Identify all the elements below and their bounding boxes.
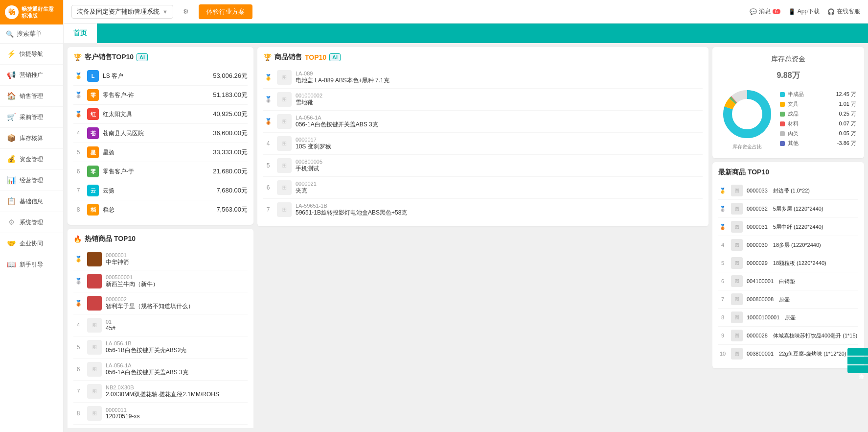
sidebar-item-purchase[interactable]: 🛒 采购管理	[0, 107, 63, 128]
trial-button[interactable]: 体验行业方案	[199, 4, 252, 19]
customer-rank-item[interactable]: 🥉 红 红太阳文具 40,925.00元	[73, 105, 248, 124]
customer-avatar: L	[87, 70, 99, 82]
product-code: 000500001	[106, 274, 248, 280]
newest-product-item[interactable]: 9 图 0000028 体城嘉枝味苏打饮品400毫升 (1*15)	[718, 327, 858, 345]
settings-button[interactable]: ⚙	[179, 5, 193, 19]
product-code: 0000011	[106, 407, 248, 413]
product-sales-item[interactable]: 5 图 000800005 手机测试	[263, 155, 703, 177]
product-sales-item[interactable]: 4 图 0000017 10S 变刹罗猴	[263, 133, 703, 155]
customer-name: 零售客户-于	[103, 168, 209, 176]
finance-icon: 💰	[7, 155, 16, 164]
hot-product-item[interactable]: 8 图 0000011 12070519-xs	[73, 403, 248, 425]
hot-product-item[interactable]: 4 图 01 45#	[73, 314, 248, 336]
customer-rank-item[interactable]: 8 档 档总 7,563.00元	[73, 200, 248, 219]
sidebar-search[interactable]: 🔍 搜索菜单	[0, 24, 63, 44]
sidebar-item-marketing[interactable]: 📢 营销推广	[0, 65, 63, 86]
legend-value: 1.01 万	[839, 100, 856, 108]
product-sales-item[interactable]: 7 图 LA-59651-1B 59651-1B旋转投影灯电池盒ABS黑色+58…	[263, 199, 703, 220]
rank-number: 🥈	[73, 92, 83, 98]
sidebar-item-operations[interactable]: 📊 经营管理	[0, 170, 63, 191]
customer-rank-item[interactable]: 🥈 零 零售客户-许 51,183.00元	[73, 86, 248, 105]
tab-home[interactable]: 首页	[64, 24, 97, 43]
product-sales-item[interactable]: 🥉 图 LA-056-1A 056-1A白色按键开关盖ABS 3克	[263, 111, 703, 133]
online-service-button[interactable]: 🎧 在线客服	[827, 7, 860, 16]
sidebar-item-finance[interactable]: 💰 资金管理	[0, 149, 63, 170]
legend-list: 半成品 12.45 万 文具 1.01 万 成品 0.25 万 材料 0.07 …	[780, 91, 856, 147]
sidebar-item-quick-nav[interactable]: ⚡ 快捷导航	[0, 44, 63, 65]
newest-product-item[interactable]: 6 图 004100001 白钢垫	[718, 272, 858, 290]
newest-product-item[interactable]: 5 图 0000029 18颗粒板 (1220*2440)	[718, 254, 858, 272]
rank-number: 🥇	[73, 72, 83, 79]
product-thumb: 图	[87, 362, 102, 377]
product-name: 手机测试	[296, 165, 703, 173]
product-info: 000800005 手机测试	[296, 159, 703, 173]
legend-value: 0.07 万	[839, 120, 856, 127]
newest-text: 000800008 原壶	[747, 296, 858, 303]
customer-name: 星扬	[103, 148, 209, 157]
product-name: 12070519-xs	[106, 413, 248, 420]
product-name: 59651-1B旋转投影灯电池盒ABS黑色+58克	[296, 209, 703, 217]
enterprise-icon: 🤝	[7, 239, 16, 248]
hot-product-item[interactable]: 🥇 0000001 中华神箭	[73, 248, 248, 270]
hot-product-item[interactable]: 🥉 0000002 智利车子里（规格不知道填什么）	[73, 292, 248, 314]
customer-rank-item[interactable]: 🥇 L LS 客户 53,006.26元	[73, 67, 248, 86]
customer-rank-item[interactable]: 5 星 星扬 33,333.00元	[73, 143, 248, 162]
sidebar-item-system[interactable]: ⚙ 系统管理	[0, 212, 63, 233]
product-info: 000500001 新西兰牛肉（新牛）	[106, 274, 248, 288]
newest-thumb: 图	[731, 275, 743, 287]
newest-product-item[interactable]: 4 图 0000030 18多层 (1220*2440)	[718, 236, 858, 254]
online-service-label: 在线客服	[837, 7, 860, 16]
sidebar-item-basics[interactable]: 📋 基础信息	[0, 191, 63, 212]
legend-dot	[780, 92, 785, 97]
hot-product-item[interactable]: 9 图 KK-SD22110H 花语萌值温分隔睡袋（厚款）	[73, 425, 248, 428]
main-content: 装备及固定资产辅助管理系统 ▼ ⚙ 体验行业方案 💬 消息 6 📱 App下载 …	[64, 0, 868, 432]
sales-icon: 🏠	[7, 92, 16, 100]
messages-badge: 6	[773, 9, 780, 14]
system-selector[interactable]: 装备及固定资产辅助管理系统 ▼	[71, 5, 173, 19]
product-sales-item[interactable]: 6 图 0000021 夹克	[263, 177, 703, 199]
sidebar-item-guide[interactable]: 📖 新手引导	[0, 254, 63, 275]
newest-product-item[interactable]: 🥈 图 0000032 5层多层 (1220*2440)	[718, 200, 858, 218]
product-code: LA-59651-1B	[296, 203, 703, 209]
newest-text: 004100001 白钢垫	[747, 278, 858, 285]
product-info: 0000002 智利车子里（规格不知道填什么）	[106, 296, 248, 311]
messages-button[interactable]: 💬 消息 6	[750, 7, 780, 16]
product-sales-item[interactable]: 🥈 图 001000002 雪地靴	[263, 89, 703, 111]
sidebar-item-sales[interactable]: 🏠 销售管理	[0, 86, 63, 107]
hot-product-item[interactable]: 5 图 LA-056-1B 056-1B白色按键开关壳ABS2壳	[73, 336, 248, 359]
product-thumb: 图	[277, 114, 292, 129]
hot-product-item[interactable]: 🥈 000500001 新西兰牛肉（新牛）	[73, 270, 248, 292]
customer-avatar: 零	[87, 166, 99, 177]
sidebar-item-inventory[interactable]: 📦 库存核算	[0, 128, 63, 149]
sidebar-item-enterprise[interactable]: 🤝 企业协同	[0, 233, 63, 254]
product-info: LA-056-1A 056-1A白色按键开关盖ABS 3克	[296, 115, 703, 129]
app-download-button[interactable]: 📱 App下载	[788, 7, 820, 16]
phone-icon: 📱	[788, 8, 796, 15]
header-right: 💬 消息 6 📱 App下载 🎧 在线客服	[750, 7, 860, 16]
newest-product-item[interactable]: 8 图 10000100001 原壶	[718, 309, 858, 327]
rank-number: 4	[73, 130, 83, 137]
rank-number: 🥇	[73, 256, 83, 263]
customer-rank-item[interactable]: 7 云 云扬 7,680.00元	[73, 181, 248, 200]
customer-rank-item[interactable]: 4 苍 苍南县人民医院 36,600.00元	[73, 124, 248, 143]
customer-rank-item[interactable]: 6 零 零售客户-于 21,680.00元	[73, 162, 248, 181]
search-icon: 🔍	[6, 30, 14, 38]
sidebar-item-label: 经营管理	[20, 176, 43, 185]
product-thumb: 图	[87, 318, 102, 333]
newest-product-item[interactable]: 🥉 图 0000031 5层中纤 (1220*2440)	[718, 218, 858, 236]
legend-label: 肉类	[788, 130, 834, 137]
newest-product-item[interactable]: 🥇 图 0000033 封边带 (1.0*22)	[718, 182, 858, 200]
product-code: LA-089	[296, 71, 703, 76]
rank-number: 4	[73, 322, 83, 329]
rank-number: 4	[263, 140, 273, 147]
float-btn-live[interactable]: 直播	[847, 365, 868, 373]
hot-product-item[interactable]: 7 图 NB2.0X30B 2.0X30MM双搓花轴.搓花直径2.1MM/ROH…	[73, 381, 248, 403]
product-sales-item[interactable]: 🥇 图 LA-089 电池盖 LA-089 ABS本色+黑种 7.1克	[263, 67, 703, 89]
newest-product-item[interactable]: 7 图 000800008 原壶	[718, 290, 858, 309]
hot-product-item[interactable]: 6 图 LA-056-1A 056-1A白色按键开关盖ABS 3克	[73, 359, 248, 381]
product-name: 45#	[106, 325, 248, 332]
float-btn-service[interactable]: 客服热线	[847, 348, 868, 356]
newest-text: 0000032 5层多层 (1220*2440)	[747, 205, 858, 213]
float-btn-community[interactable]: 服务社区	[847, 357, 868, 364]
newest-product-item[interactable]: 10 图 003800001 22g鱼豆腐-烧烤味 (1*12*20)	[718, 345, 858, 362]
